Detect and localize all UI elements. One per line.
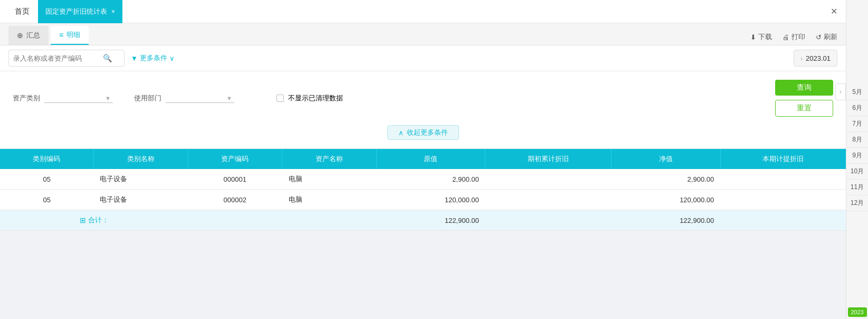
tabs-right: ⬇ 下载 🖨 打印 ↺ 刷新 <box>750 32 837 45</box>
month-6[interactable]: 6月 <box>846 100 868 116</box>
query-button[interactable]: 查询 <box>775 80 833 96</box>
row2-accumulated-depreciation <box>485 190 612 210</box>
row1-asset-code: 000001 <box>188 169 282 190</box>
tab-summary-label: 汇总 <box>26 31 40 40</box>
total-label-text: 合计： <box>88 215 109 225</box>
advanced-filter: 资产类别 ▼ 使用部门 ▼ 不显示已清理数据 <box>0 71 846 149</box>
department-field: 使用部门 ▼ <box>134 93 234 103</box>
asset-category-label: 资产类别 <box>13 93 40 103</box>
row2-net-value: 120,000.00 <box>612 190 721 210</box>
total-asset-code <box>188 210 282 231</box>
col-net-value: 净值 <box>612 149 721 169</box>
hide-cleared-field: 不显示已清理数据 <box>276 93 343 103</box>
month-12[interactable]: 12月 <box>846 195 868 211</box>
summary-icon: ⊕ <box>17 31 23 40</box>
table-wrap: 类别编码 类别名称 资产编码 资产名称 原值 期初累计折旧 净值 本期计提折旧 … <box>0 149 846 231</box>
col-category-name: 类别名称 <box>93 149 188 169</box>
date-label: 2023.01 <box>806 54 831 62</box>
print-label: 打印 <box>791 32 805 42</box>
filter-actions: 查询 重置 <box>775 80 833 117</box>
total-row: ⊞ 合计： 122,900.00 122,900.00 <box>0 210 846 231</box>
chevron-down-icon: ∨ <box>169 54 175 62</box>
row1-asset-name: 电脑 <box>282 169 377 190</box>
refresh-button[interactable]: ↺ 刷新 <box>816 32 837 42</box>
month-10[interactable]: 10月 <box>846 164 868 180</box>
row1-category-code: 05 <box>0 169 93 190</box>
row2-current-depreciation <box>720 190 846 210</box>
total-accumulated-depreciation <box>485 210 612 231</box>
row2-original-value: 120,000.00 <box>376 190 485 210</box>
year-badge[interactable]: 2023 <box>848 307 867 317</box>
download-label: 下载 <box>758 32 772 42</box>
tabs-row: ⊕ 汇总 ≡ 明细 ⬇ 下载 🖨 打印 ↺ 刷 <box>0 23 846 45</box>
row2-asset-name: 电脑 <box>282 190 377 210</box>
row2-asset-code: 000002 <box>188 190 282 210</box>
filter-fields: 资产类别 ▼ 使用部门 ▼ 不显示已清理数据 <box>13 80 833 117</box>
hide-cleared-checkbox[interactable] <box>276 95 284 102</box>
tab-label: 固定资产折旧统计表 <box>45 7 107 16</box>
print-icon: 🖨 <box>783 33 789 41</box>
col-accumulated-depreciation: 期初累计折旧 <box>485 149 612 169</box>
home-nav[interactable]: 首页 <box>8 7 36 16</box>
collapse-icon: ∧ <box>398 129 404 137</box>
search-icon: 🔍 <box>103 54 112 62</box>
col-asset-code: 资产编码 <box>188 149 282 169</box>
tab-close-icon[interactable]: × <box>111 8 115 15</box>
month-5[interactable]: 5月 <box>846 85 868 100</box>
right-panel: 5月 6月 7月 8月 9月 10月 11月 12月 2023 <box>846 0 868 319</box>
total-asset-name <box>282 210 377 231</box>
more-conditions-label: 更多条件 <box>140 53 167 63</box>
tabs-left: ⊕ 汇总 ≡ 明细 <box>8 23 89 45</box>
collapse-button[interactable]: ∧ 收起更多条件 <box>387 125 459 140</box>
total-net-value: 122,900.00 <box>612 210 721 231</box>
month-9[interactable]: 9月 <box>846 148 868 164</box>
hide-cleared-label: 不显示已清理数据 <box>288 93 343 103</box>
filter-row: 🔍 ▼ 更多条件 ∨ › 2023.01 <box>0 45 846 71</box>
total-icon-cell: ⊞ 合计： <box>0 210 188 231</box>
download-icon: ⬇ <box>750 33 756 41</box>
expand-panel-button[interactable]: › <box>835 83 846 100</box>
department-label: 使用部门 <box>134 93 161 103</box>
more-conditions-button[interactable]: ▼ 更多条件 ∨ <box>131 53 175 63</box>
col-asset-name: 资产名称 <box>282 149 377 169</box>
row2-category-code: 05 <box>0 190 93 210</box>
top-nav: 首页 固定资产折旧统计表 × ✕ <box>0 0 846 23</box>
row1-current-depreciation <box>720 169 846 190</box>
month-11[interactable]: 11月 <box>846 180 868 195</box>
row1-original-value: 2,900.00 <box>376 169 485 190</box>
table-row: 05 电子设备 000002 电脑 120,000.00 120,000.00 <box>0 190 846 210</box>
tab-summary[interactable]: ⊕ 汇总 <box>8 26 49 45</box>
refresh-icon: ↺ <box>816 33 822 41</box>
month-7[interactable]: 7月 <box>846 116 868 132</box>
asset-category-arrow-icon: ▼ <box>105 95 111 101</box>
col-original-value: 原值 <box>376 149 485 169</box>
table-row: 05 电子设备 000001 电脑 2,900.00 2,900.00 <box>0 169 846 190</box>
department-select[interactable]: ▼ <box>166 94 234 103</box>
active-tab[interactable]: 固定资产折旧统计表 × <box>38 0 122 23</box>
row1-category-name: 电子设备 <box>93 169 188 190</box>
download-button[interactable]: ⬇ 下载 <box>750 32 772 42</box>
reset-button[interactable]: 重置 <box>775 100 833 117</box>
arrow-left-icon[interactable]: › <box>800 54 803 62</box>
department-arrow-icon: ▼ <box>226 95 232 101</box>
window-close-button[interactable]: ✕ <box>831 6 837 16</box>
asset-category-field: 资产类别 ▼ <box>13 93 113 103</box>
tab-detail[interactable]: ≡ 明细 <box>51 26 89 45</box>
table-header-row: 类别编码 类别名称 资产编码 资产名称 原值 期初累计折旧 净值 本期计提折旧 <box>0 149 846 169</box>
asset-category-select[interactable]: ▼ <box>44 94 113 103</box>
col-category-code: 类别编码 <box>0 149 93 169</box>
total-current-depreciation <box>720 210 846 231</box>
total-icon: ⊞ <box>80 216 86 224</box>
print-button[interactable]: 🖨 打印 <box>783 32 805 42</box>
collapse-label: 收起更多条件 <box>407 128 448 137</box>
row2-category-name: 电子设备 <box>93 190 188 210</box>
detail-icon: ≡ <box>59 31 63 39</box>
data-table: 类别编码 类别名称 资产编码 资产名称 原值 期初累计折旧 净值 本期计提折旧 … <box>0 149 846 231</box>
col-current-depreciation: 本期计提折旧 <box>720 149 846 169</box>
tab-detail-label: 明细 <box>66 30 80 40</box>
month-8[interactable]: 8月 <box>846 132 868 148</box>
search-input[interactable] <box>13 54 103 62</box>
total-original-value: 122,900.00 <box>376 210 485 231</box>
search-wrap[interactable]: 🔍 <box>8 50 125 67</box>
refresh-label: 刷新 <box>824 32 837 42</box>
